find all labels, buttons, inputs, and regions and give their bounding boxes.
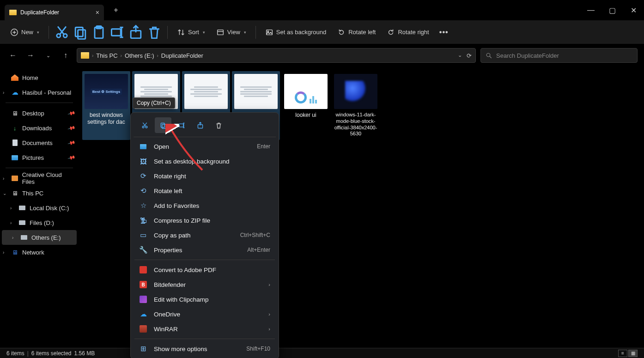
search-input[interactable]: Search DuplicateFolder [480, 48, 638, 63]
zip-icon: 🗜 [139, 216, 147, 225]
pin-icon: 📌 [67, 139, 76, 147]
search-icon [486, 52, 492, 59]
view-button[interactable]: View▾ [212, 25, 251, 39]
cm-bitdefender[interactable]: BBitdefender› [134, 277, 276, 292]
window-tab[interactable]: DuplicateFolder × [5, 5, 104, 20]
more-icon: ⊞ [139, 345, 147, 353]
back-button[interactable]: ← [6, 49, 19, 62]
cm-open[interactable]: OpenEnter [134, 139, 276, 154]
cm-properties[interactable]: 🔧PropertiesAlt+Enter [134, 243, 276, 257]
cm-rename-button[interactable] [173, 117, 190, 133]
sidebar-files-d[interactable]: ›Files (D:) [0, 215, 79, 230]
close-window-button[interactable]: ✕ [623, 0, 644, 20]
paste-button[interactable] [91, 24, 107, 41]
sidebar-pictures[interactable]: Pictures📌 [0, 150, 79, 165]
winrar-icon [140, 325, 147, 333]
sidebar-downloads[interactable]: Downloads📌 [0, 121, 79, 135]
set-background-button[interactable]: Set as background [261, 25, 331, 39]
cm-convert-pdf[interactable]: Convert to Adobe PDF [134, 262, 276, 277]
sidebar-documents[interactable]: Documents📌 [0, 135, 79, 150]
crumb-drive[interactable]: Others (E:) [125, 52, 154, 59]
pin-icon: 📌 [67, 124, 76, 132]
rotate-right-button[interactable]: Rotate right [382, 25, 433, 39]
sidebar-creative-cloud[interactable]: ›Creative Cloud Files [0, 171, 79, 186]
cm-show-more[interactable]: ⊞Show more optionsShift+F10 [134, 341, 276, 356]
sidebar-local-c[interactable]: ›Local Disk (C:) [0, 200, 79, 215]
forward-button[interactable]: → [24, 49, 37, 62]
svg-rect-17 [179, 124, 183, 127]
new-button[interactable]: New▾ [6, 25, 44, 39]
cm-set-desktop-bg[interactable]: 🖼Set as desktop background [134, 154, 276, 169]
scissors-icon [141, 121, 149, 129]
image-icon [140, 144, 146, 149]
svg-point-12 [486, 53, 490, 57]
cc-icon [12, 176, 18, 181]
scissors-icon [54, 24, 70, 41]
more-actions-button[interactable]: ••• [436, 24, 452, 41]
new-tab-button[interactable]: + [109, 4, 122, 17]
share-icon [128, 24, 144, 41]
cut-button[interactable] [54, 24, 70, 41]
desktop-icon [11, 109, 18, 117]
file-item[interactable]: windows-11-dark-mode-blue-stock-official… [332, 71, 380, 140]
breadcrumb[interactable]: › This PC › Others (E:) › DuplicateFolde… [77, 48, 476, 63]
onedrive-icon [139, 310, 147, 318]
crumb-root[interactable]: This PC [96, 52, 117, 59]
file-item[interactable]: best windows settings for dac [82, 71, 130, 140]
cm-rotate-left[interactable]: ⟲Rotate left [134, 183, 276, 198]
sidebar-this-pc[interactable]: ⌄This PC [0, 186, 79, 200]
pin-icon: 📌 [67, 109, 76, 117]
crumb-folder[interactable]: DuplicateFolder [161, 52, 203, 59]
thumbnails-view-button[interactable]: ▦ [628, 350, 638, 357]
tab-title: DuplicateFolder [20, 9, 92, 16]
recent-button[interactable]: ⌄ [42, 49, 55, 62]
cm-cut-button[interactable] [136, 117, 153, 133]
context-menu: OpenEnter 🖼Set as desktop background ⟳Ro… [130, 112, 279, 358]
svg-rect-7 [111, 29, 121, 35]
network-icon [11, 249, 18, 256]
plus-circle-icon [10, 28, 18, 36]
up-button[interactable]: ↑ [59, 49, 72, 62]
cm-copy-button[interactable] [155, 117, 171, 133]
cm-onedrive[interactable]: OneDrive› [134, 307, 276, 322]
cloud-icon [11, 89, 18, 96]
rename-button[interactable] [109, 24, 126, 41]
delete-button[interactable] [146, 24, 163, 41]
cm-delete-button[interactable] [210, 117, 227, 133]
cm-copy-path[interactable]: ▭Copy as pathCtrl+Shift+C [134, 228, 276, 243]
thumbnail [284, 74, 328, 109]
svg-rect-4 [78, 30, 85, 39]
rotate-left-button[interactable]: Rotate left [333, 25, 380, 39]
cm-share-button[interactable] [192, 117, 208, 133]
sort-button[interactable]: Sort▾ [172, 25, 210, 39]
share-button[interactable] [128, 24, 144, 41]
copy-button[interactable] [72, 24, 89, 41]
copy-icon [159, 121, 167, 129]
refresh-icon[interactable]: ⟳ [467, 52, 472, 59]
toolbar: New▾ Sort▾ View▾ Set as background Rotat… [0, 20, 644, 44]
cm-clipchamp[interactable]: Edit with Clipchamp [134, 292, 276, 307]
close-tab-icon[interactable]: × [96, 9, 99, 16]
thumbnail [334, 74, 377, 109]
document-icon [12, 140, 18, 146]
disk-icon [19, 206, 25, 210]
sidebar-home[interactable]: Home [0, 70, 79, 85]
file-item[interactable]: looker ui [282, 71, 330, 140]
trash-icon [215, 121, 223, 129]
sidebar-network[interactable]: ›Network [0, 245, 79, 260]
cm-rotate-right[interactable]: ⟳Rotate right [134, 169, 276, 183]
rotate-left-icon [337, 28, 346, 36]
history-dropdown-icon[interactable]: ⌄ [458, 52, 462, 59]
sidebar-personal[interactable]: ›Hasibul - Personal [0, 85, 79, 100]
sidebar-desktop[interactable]: Desktop📌 [0, 106, 79, 121]
sidebar: Home ›Hasibul - Personal Desktop📌 Downlo… [0, 67, 79, 348]
tooltip: Copy (Ctrl+C) [133, 97, 175, 109]
minimize-button[interactable]: — [580, 0, 601, 20]
cm-favorites[interactable]: ☆Add to Favorites [134, 198, 276, 213]
cm-winrar[interactable]: WinRAR› [134, 322, 276, 336]
sidebar-others-e[interactable]: ›Others (E:) [2, 230, 77, 245]
maximize-button[interactable]: ▢ [601, 0, 623, 20]
cm-compress-zip[interactable]: 🗜Compress to ZIP file [134, 213, 276, 228]
picture-icon [12, 155, 18, 160]
details-view-button[interactable]: ≡ [618, 350, 627, 357]
